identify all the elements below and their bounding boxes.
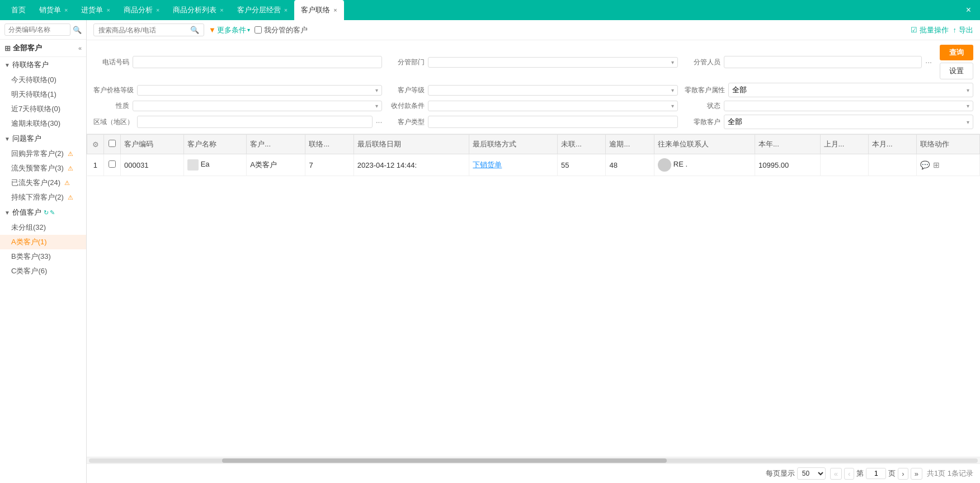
all-customers-header[interactable]: ⊞ 全部客户 « [0,40,86,57]
nav-product-analysis[interactable]: 商品分析 × [117,0,166,20]
filter-search-icon[interactable]: 🔍 [190,26,199,34]
sidebar-item-tomorrow[interactable]: 明天待联络(1) [0,87,86,102]
nav-customer-contact[interactable]: 客户联络 × [294,0,343,20]
price-level-select[interactable]: ▾ [137,85,382,96]
row-last-month [820,154,868,176]
query-button[interactable]: 查询 [940,45,973,60]
sidebar-item-repurchase[interactable]: 回购异常客户(2) ⚠ [0,146,86,161]
warn-icon-4: ⚠ [68,194,73,201]
close-sales-tab[interactable]: × [64,7,68,13]
row-code: 000031 [121,154,184,176]
settings-button[interactable]: 设置 [940,63,973,79]
sidebar: 🔍 ⊞ 全部客户 « ▼ 待联络客户 今天待联络(0) 明天待联络(1) 近7天… [0,20,87,483]
refresh-icon[interactable]: ↻ [44,209,49,216]
sidebar-item-churned[interactable]: 已流失客户(24) ⚠ [0,176,86,190]
first-page-btn[interactable]: « [830,468,842,480]
sidebar-item-declining[interactable]: 持续下滑客户(2) ⚠ [0,190,86,205]
close-purchase-tab[interactable]: × [106,7,110,13]
export-btn[interactable]: ↑ 导出 [953,25,974,35]
sidebar-item-class-c[interactable]: C类客户(6) [0,264,86,278]
last-page-btn[interactable]: » [911,468,922,480]
row-checkbox-cell[interactable] [104,154,121,176]
table-gear-icon[interactable]: ⚙ [92,140,99,149]
filter-row-price-level: 客户价格等级 ▾ [93,83,382,97]
sidebar-search-icon[interactable]: 🔍 [73,26,82,34]
scattered-label: 零散客户 [685,117,720,127]
page-input[interactable] [866,468,886,479]
sidebar-item-today[interactable]: 今天待联络(0) [0,73,86,87]
message-icon[interactable]: 💬 [920,160,930,169]
scattered-select[interactable]: 全部 ▾ [724,115,973,129]
sidebar-item-churn-risk[interactable]: 流失预警客户(3) ⚠ [0,161,86,176]
row-checkbox[interactable] [109,160,116,168]
pending-contact-group[interactable]: ▼ 待联络客户 [0,57,86,73]
nav-customer-tier[interactable]: 客户分层经营 × [230,0,294,20]
h-scroll-thumb[interactable] [222,458,667,463]
next-page-btn[interactable]: › [898,468,908,480]
col-year-amount: 本年... [755,135,821,154]
row-name: Ea [183,154,247,176]
row-action-cell: 💬 ⊞ [917,154,980,176]
nature-select[interactable]: ▾ [133,101,382,111]
col-last-method: 最后联络方式 [469,135,558,154]
nav-purchase[interactable]: 进货单 × [74,0,116,20]
close-window-btn[interactable]: × [962,5,976,15]
region-more-icon[interactable]: ··· [376,117,383,126]
pending-contact-label: 待联络客户 [12,60,49,70]
warn-icon-3: ⚠ [64,179,70,186]
filter-search-input[interactable] [98,26,188,34]
horizontal-scrollbar[interactable] [87,457,980,463]
filter-row-phone: 电话号码 [93,45,382,79]
sidebar-item-unclassified[interactable]: 未分组(32) [0,220,86,235]
person-input[interactable] [724,56,922,68]
close-product-tab[interactable]: × [156,7,159,13]
sidebar-item-7days[interactable]: 近7天待联络(0) [0,102,86,116]
more-conditions-btn[interactable]: ▼ 更多条件 ▾ [209,25,250,35]
last-method-link[interactable]: 下销货单 [473,160,502,169]
prev-page-btn[interactable]: ‹ [844,468,854,480]
edit-group-icon[interactable]: ✎ [50,209,55,216]
row-overdue: 48 [606,154,654,176]
nav-home[interactable]: 首页 [4,0,32,20]
bottom-bar: 每页显示 50 100 200 « ‹ 第 页 › » 共1页 1条记录 [87,463,980,483]
sidebar-item-class-a[interactable]: A类客户(1) [0,235,86,249]
sidebar-search-input[interactable] [4,23,70,36]
person-more-icon[interactable]: ··· [925,58,932,67]
phone-input[interactable] [133,56,382,68]
per-page-label: 每页显示 [766,468,795,479]
value-arrow-icon: ▼ [4,210,10,216]
per-page-select[interactable]: 50 100 200 [797,467,826,480]
scattered-attr-select[interactable]: 全部 ▾ [728,83,973,97]
customer-type-input[interactable] [428,116,677,128]
customer-avatar [187,159,199,171]
sidebar-item-class-b[interactable]: B类客户(33) [0,249,86,264]
col-checkbox[interactable] [104,135,121,154]
level-arrow-icon: ▾ [671,87,674,93]
nav-sales[interactable]: 销货单 × [32,0,74,20]
my-customers-checkbox[interactable]: 我分管的客户 [255,25,308,35]
nav-product-list[interactable]: 商品分析列表 × [166,0,230,20]
sidebar-collapse-btn[interactable]: « [78,45,82,51]
status-select[interactable]: ▾ [724,101,973,111]
customer-level-label: 客户等级 [389,86,425,95]
my-customers-check[interactable] [255,26,262,34]
qrcode-icon[interactable]: ⊞ [933,160,940,169]
region-input[interactable] [137,116,373,128]
payment-select[interactable]: ▾ [428,101,677,111]
sidebar-item-overdue[interactable]: 逾期未联络(30) [0,116,86,131]
nature-arrow-icon: ▾ [375,103,378,109]
col-gear[interactable]: ⚙ [87,135,104,154]
row-last-method[interactable]: 下销货单 [469,154,558,176]
value-customer-group[interactable]: ▼ 价值客户 ↻ ✎ [0,205,86,220]
filter-row-nature: 性质 ▾ [93,101,382,111]
select-all-checkbox[interactable] [109,140,116,147]
sidebar-search-wrap: 🔍 [0,20,86,40]
dept-select[interactable]: ▾ [428,57,677,68]
close-customer-tier-tab[interactable]: × [284,7,288,13]
problem-customer-group[interactable]: ▼ 问题客户 [0,131,86,146]
close-customer-contact-tab[interactable]: × [333,7,337,13]
batch-ops-btn[interactable]: ☑ 批量操作 [911,25,949,35]
close-product-list-tab[interactable]: × [220,7,223,13]
row-type: A类客户 [247,154,305,176]
customer-level-select[interactable]: ▾ [428,85,677,96]
